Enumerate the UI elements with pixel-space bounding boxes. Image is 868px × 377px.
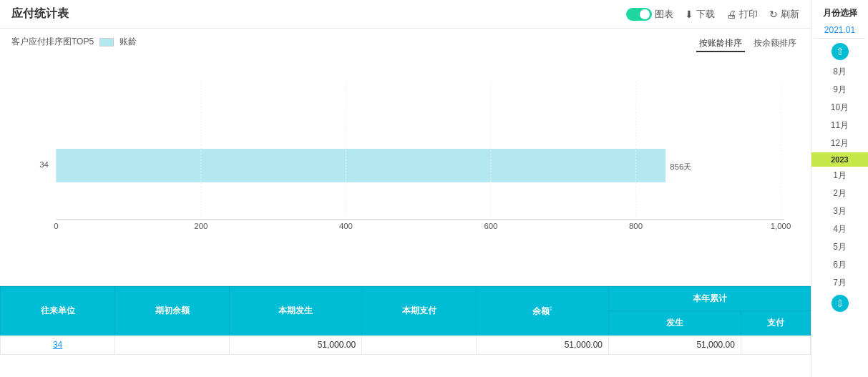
cell-ytd-pay: [741, 336, 810, 355]
toggle-switch[interactable]: [626, 8, 652, 21]
table-row: 34 51,000.00 51,000.00 51,000.00: [1, 336, 811, 355]
page-header: 应付统计表 图表 ⬇ 下载 🖨 打印: [0, 0, 811, 29]
svg-text:1,000: 1,000: [771, 222, 791, 230]
month-item-11[interactable]: 11月: [811, 117, 868, 134]
download-button[interactable]: ⬇ 下载: [685, 8, 715, 21]
sort-by-amount-btn[interactable]: 按余额排序: [751, 36, 799, 52]
download-icon: ⬇: [685, 9, 693, 20]
svg-text:400: 400: [339, 222, 353, 230]
col-ytd-occur-header: 发生: [609, 311, 741, 336]
col-ytd-pay-header: 支付: [741, 311, 810, 336]
cell-balance: 51,000.00: [477, 336, 609, 355]
month-item-6[interactable]: 6月: [811, 256, 868, 274]
cell-occurrence: 51,000.00: [230, 336, 362, 355]
divider: [814, 38, 865, 39]
legend-color-label: 账龄: [120, 36, 137, 48]
svg-text:856天: 856天: [670, 162, 691, 171]
chart-toggle[interactable]: 图表: [626, 8, 673, 21]
svg-text:800: 800: [629, 222, 643, 230]
data-table: 往来单位 期初余额 本期发生 本期支付 余额↕ 本年累计 发生 支付: [0, 286, 811, 355]
chart-toggle-label: 图表: [655, 8, 673, 21]
table-header-row: 往来单位 期初余额 本期发生 本期支付 余额↕ 本年累计: [1, 287, 811, 311]
sidebar-title: 月份选择: [821, 3, 859, 24]
col-opening-header: 期初余额: [115, 287, 230, 336]
download-label: 下载: [696, 8, 715, 21]
chart-section: 客户应付排序图TOP5 账龄 按账龄排序 按余额排序 34: [0, 29, 811, 285]
print-icon: 🖨: [726, 9, 736, 20]
unit-link[interactable]: 34: [53, 340, 62, 350]
col-ytd-header: 本年累计: [609, 287, 811, 311]
col-unit-header: 往来单位: [1, 287, 115, 336]
year-marker-2023: 2023: [811, 152, 868, 167]
col-balance-header: 余额↕: [477, 287, 609, 336]
page-title: 应付统计表: [11, 6, 69, 21]
month-item-2[interactable]: 2月: [811, 185, 868, 202]
cell-unit: 34: [1, 336, 115, 355]
chart-legend: 客户应付排序图TOP5 账龄: [11, 36, 137, 48]
right-sidebar: 月份选择 2021.01 ⇧ 8月 9月 10月 11月 12月 2023 1月…: [811, 0, 868, 377]
month-item-7[interactable]: 7月: [811, 274, 868, 292]
bar-chart-svg: 34 856天 0 200 400 600 800 1,000: [11, 57, 799, 278]
col-payment-header: 本期支付: [362, 287, 477, 336]
chart-sort-controls: 按账龄排序 按余额排序: [696, 36, 799, 52]
month-item-3[interactable]: 3月: [811, 202, 868, 220]
bar-rect: [56, 149, 665, 182]
sidebar-up-button[interactable]: ⇧: [832, 43, 849, 60]
month-item-9[interactable]: 9月: [811, 81, 868, 99]
sidebar-current-date[interactable]: 2021.01: [821, 24, 858, 36]
print-button[interactable]: 🖨 打印: [726, 8, 758, 21]
bar-chart-wrapper: 34 856天 0 200 400 600 800 1,000: [11, 57, 799, 278]
svg-text:0: 0: [54, 222, 58, 230]
cell-payment: [362, 336, 477, 355]
table-section: 往来单位 期初余额 本期发生 本期支付 余额↕ 本年累计 发生 支付: [0, 285, 811, 377]
month-item-1[interactable]: 1月: [811, 167, 868, 185]
month-item-5[interactable]: 5月: [811, 238, 868, 256]
cell-opening: [115, 336, 230, 355]
header-actions: 图表 ⬇ 下载 🖨 打印 ↻ 刷新: [626, 8, 799, 21]
col-occurrence-header: 本期发生: [230, 287, 362, 336]
cell-ytd-occur: 51,000.00: [609, 336, 741, 355]
sort-by-balance-btn[interactable]: 按账龄排序: [696, 36, 745, 52]
refresh-button[interactable]: ↻ 刷新: [769, 8, 799, 21]
refresh-icon: ↻: [769, 9, 778, 20]
legend-text: 客户应付排序图TOP5: [11, 36, 94, 48]
sidebar-down-button[interactable]: ⇩: [832, 295, 849, 312]
month-item-12[interactable]: 12月: [811, 134, 868, 152]
svg-text:34: 34: [39, 160, 49, 169]
month-item-4[interactable]: 4月: [811, 220, 868, 238]
refresh-label: 刷新: [781, 8, 799, 21]
month-item-10[interactable]: 10月: [811, 99, 868, 117]
month-item-8[interactable]: 8月: [811, 63, 868, 81]
svg-text:600: 600: [484, 222, 497, 230]
print-label: 打印: [739, 8, 758, 21]
legend-color-box: [99, 38, 114, 46]
svg-text:200: 200: [194, 222, 208, 230]
